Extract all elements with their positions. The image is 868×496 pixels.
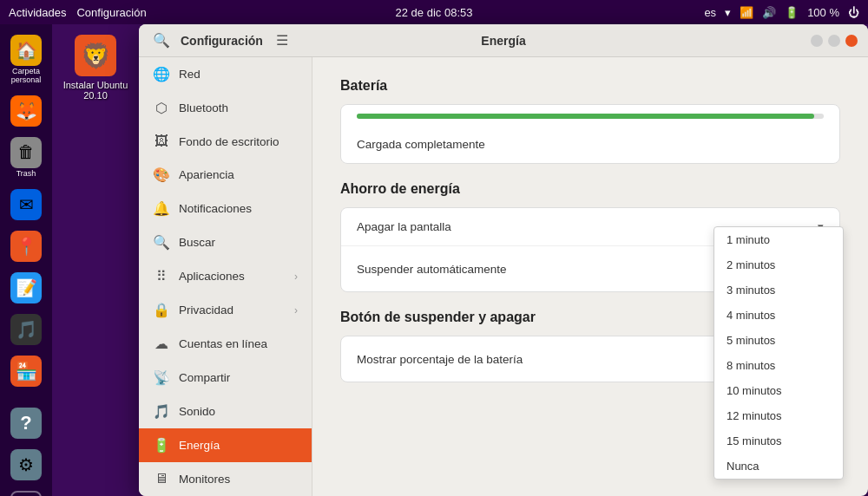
dropdown-item-9[interactable]: Nunca (714, 454, 843, 479)
battery-status-label: Cargada completamente (357, 138, 485, 151)
dropdown-menu: 1 minuto 2 minutos 3 minutos 4 minutos 5… (713, 226, 844, 480)
desktop-icon-install-ubuntu[interactable]: 🦁 Instalar Ubuntu 20.10 (59, 31, 132, 104)
battery-status-row: Cargada completamente (341, 126, 839, 163)
trash-icon: 🗑 (10, 137, 42, 168)
sidebar-item-monitores[interactable]: 🖥 Monitores (139, 462, 312, 495)
topbar-clock: 22 de dic 08:53 (396, 6, 473, 19)
sidebar-item-fondo[interactable]: 🖼 Fondo de escritorio (139, 125, 312, 158)
settings-body: 🌐 Red ⬡ Bluetooth 🖼 Fondo de escritorio … (139, 57, 868, 496)
settings-window-title: Configuración (181, 34, 263, 48)
monitor-icon: 🖥 (153, 471, 170, 486)
sidebar-label-sonido: Sonido (179, 405, 215, 418)
aplicaciones-arrow-icon: › (294, 271, 298, 283)
dock-item-trash[interactable]: 🗑 Trash (5, 134, 47, 182)
dock-item-files[interactable]: 🏠 Carpeta personal (5, 31, 47, 88)
search-button[interactable]: 🔍 (149, 29, 174, 53)
sidebar-label-compartir: Compartir (179, 371, 230, 384)
dropdown-item-0[interactable]: 1 minuto (714, 227, 843, 252)
thunderbird-icon: ✉ (10, 189, 42, 220)
sidebar-item-aplicaciones[interactable]: ⠿ Aplicaciones › (139, 259, 312, 293)
battery-section-title: Batería (340, 78, 840, 94)
dropdown-item-8[interactable]: 15 minutos (714, 428, 843, 454)
sidebar-item-cuentas[interactable]: ☁ Cuentas en línea (139, 327, 312, 361)
dock-label-trash: Trash (16, 170, 36, 179)
dock-item-maps[interactable]: 📍 (5, 227, 47, 265)
locale-arrow: ▾ (725, 6, 731, 19)
network-icon: 📶 (740, 6, 753, 19)
power-menu-icon[interactable]: ⏻ (848, 6, 859, 19)
dock: 🏠 Carpeta personal 🦊 🗑 Trash ✉ 📍 📝 🎵 🏪 ? (0, 24, 52, 496)
sidebar-label-privacidad: Privacidad (179, 303, 233, 317)
energy-section-title: Ahorro de energía (340, 181, 840, 197)
apagar-label: Apagar la pantalla (357, 220, 451, 233)
privacy-icon: 🔒 (153, 302, 170, 318)
sidebar-label-bluetooth: Bluetooth (179, 101, 228, 114)
apps-grid-icon: ⠿ (10, 491, 42, 496)
dock-item-appstore[interactable]: 🏪 (5, 352, 47, 390)
sidebar-label-monitores: Monitores (179, 473, 230, 486)
search-sidebar-icon: 🔍 (153, 234, 170, 251)
dock-item-firefox[interactable]: 🦊 (5, 92, 47, 130)
firefox-icon: 🦊 (10, 95, 42, 127)
sidebar-label-red: Red (179, 68, 201, 81)
menu-button[interactable]: ☰ (270, 29, 294, 53)
topbar-right: es ▾ 📶 🔊 🔋 100 % ⏻ (704, 6, 859, 19)
sidebar-item-buscar[interactable]: 🔍 Buscar (139, 225, 312, 259)
dropdown-item-4[interactable]: 5 minutos (714, 328, 843, 353)
cloud-icon: ☁ (153, 336, 170, 352)
config-menu[interactable]: Configuración (76, 6, 146, 19)
help-icon: ? (10, 408, 42, 439)
sidebar-item-sonido[interactable]: 🎵 Sonido (139, 395, 312, 428)
minimize-button[interactable] (811, 35, 823, 47)
files-icon: 🏠 (10, 35, 42, 66)
dock-item-rhythmbox[interactable]: 🎵 (5, 310, 47, 349)
sidebar-item-apariencia[interactable]: 🎨 Apariencia (139, 158, 312, 192)
battery-sidebar-icon: 🔋 (153, 437, 170, 454)
settings-icon: ⚙ (10, 449, 42, 480)
apps-sidebar-icon: ⠿ (153, 268, 170, 284)
sidebar-label-buscar: Buscar (179, 236, 215, 249)
titlebar-left: 🔍 Configuración ☰ (149, 29, 294, 53)
sidebar-item-compartir[interactable]: 📡 Compartir (139, 361, 312, 395)
dropdown-item-7[interactable]: 12 minutos (714, 403, 843, 428)
dock-item-writer[interactable]: 📝 (5, 269, 47, 307)
sidebar-item-notificaciones[interactable]: 🔔 Notificaciones (139, 192, 312, 225)
dock-item-apps[interactable]: ⠿ (5, 487, 47, 496)
rhythmbox-icon: 🎵 (10, 314, 42, 345)
activities-button[interactable]: Actividades (9, 6, 66, 19)
sidebar-label-fondo: Fondo de escritorio (179, 135, 279, 148)
locale-indicator[interactable]: es (704, 6, 716, 19)
dropdown-item-3[interactable]: 4 minutos (714, 303, 843, 328)
dropdown-item-1[interactable]: 2 minutos (714, 252, 843, 277)
dropdown-item-5[interactable]: 8 minutos (714, 353, 843, 378)
dock-item-settings[interactable]: ⚙ (5, 446, 47, 484)
window-main-title: Energía (481, 34, 525, 48)
wallpaper-icon: 🖼 (153, 134, 170, 149)
dropdown-item-6[interactable]: 10 minutos (714, 378, 843, 403)
share-icon: 📡 (153, 369, 170, 386)
battery-bar-container (341, 105, 839, 119)
appearance-icon: 🎨 (153, 166, 170, 183)
privacidad-arrow-icon: › (294, 304, 298, 317)
sidebar-item-privacidad[interactable]: 🔒 Privacidad › (139, 293, 312, 327)
dock-item-thunderbird[interactable]: ✉ (5, 186, 47, 224)
sidebar-label-aplicaciones: Aplicaciones (179, 270, 245, 283)
suspender-label: Suspender automáticamente (357, 263, 507, 276)
desktop-icons-area: 🦁 Instalar Ubuntu 20.10 (52, 24, 139, 496)
maximize-button[interactable] (828, 35, 840, 47)
topbar: Actividades Configuración 22 de dic 08:5… (0, 0, 868, 24)
sidebar-item-energia[interactable]: 🔋 Energía (139, 428, 312, 462)
sidebar-label-cuentas: Cuentas en línea (179, 337, 267, 350)
sidebar-item-red[interactable]: 🌐 Red (139, 57, 312, 91)
dock-item-help[interactable]: ? (5, 404, 47, 442)
sidebar-item-bluetooth[interactable]: ⬡ Bluetooth (139, 91, 312, 125)
speaker-icon: 🔊 (762, 6, 776, 19)
settings-titlebar: 🔍 Configuración ☰ Energía (139, 24, 868, 57)
ubuntu-install-icon: 🦁 (75, 35, 116, 76)
porcentaje-label: Mostrar porcentaje de la batería (357, 353, 523, 366)
close-button[interactable] (845, 35, 858, 47)
dropdown-item-2[interactable]: 3 minutos (714, 277, 843, 303)
network-sidebar-icon: 🌐 (153, 66, 170, 82)
battery-bar-track (357, 114, 824, 119)
battery-percent: 100 % (807, 6, 839, 19)
